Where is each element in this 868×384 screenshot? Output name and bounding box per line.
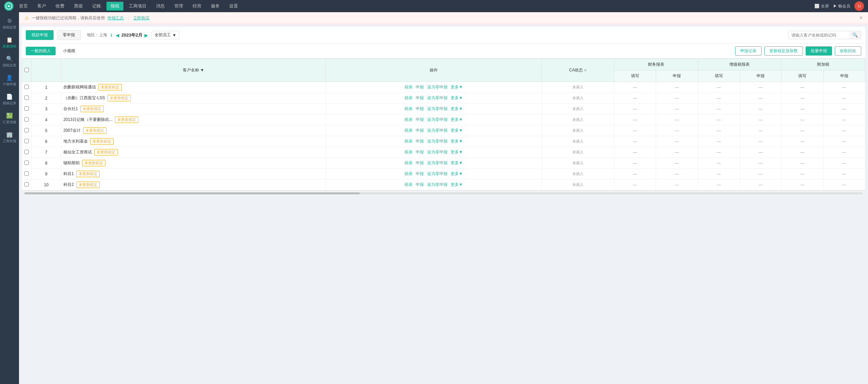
- action-declare[interactable]: 申报: [416, 95, 424, 100]
- tab-tax-declaration[interactable]: 税款申报: [26, 30, 54, 40]
- row-ca-status: 未插入: [541, 104, 614, 114]
- action-zero-declare[interactable]: 设为零申报: [427, 182, 448, 187]
- row-checkbox-1[interactable]: [24, 95, 29, 100]
- nav-home[interactable]: 首页: [15, 2, 32, 10]
- buy-now-link[interactable]: 立即购买: [133, 15, 150, 21]
- action-zero-declare[interactable]: 设为零申报: [427, 139, 448, 144]
- action-more[interactable]: 更多▼: [451, 117, 463, 122]
- action-more[interactable]: 更多▼: [451, 139, 463, 144]
- action-declare[interactable]: 申报: [416, 85, 424, 89]
- action-zero-declare[interactable]: 设为零申报: [427, 106, 448, 111]
- tab-zero-declaration[interactable]: 零申报: [57, 30, 81, 40]
- sidebar-item-annual-report[interactable]: 🏢 工商年报: [0, 129, 19, 146]
- sidebar-item-personal-tax[interactable]: 👤 个税申报: [0, 72, 19, 89]
- sidebar-label-tax-overview: 报税总览: [3, 63, 16, 68]
- action-more[interactable]: 更多▼: [451, 85, 463, 89]
- action-tax-form[interactable]: 税表: [405, 128, 413, 133]
- action-zero-declare[interactable]: 设为零申报: [427, 161, 448, 165]
- action-zero-declare[interactable]: 设为零申报: [427, 85, 448, 89]
- action-more[interactable]: 更多▼: [451, 106, 463, 111]
- row-checkbox-5[interactable]: [24, 139, 29, 143]
- action-more[interactable]: 更多▼: [451, 161, 463, 165]
- nav-manage[interactable]: 管理: [170, 2, 187, 10]
- fullscreen-btn[interactable]: ⬜ 全屏: [814, 3, 829, 9]
- row-tax-fill: —: [698, 179, 739, 190]
- user-avatar[interactable]: U: [854, 1, 864, 11]
- horizontal-scrollbar[interactable]: [22, 190, 865, 196]
- action-tax-form[interactable]: 税表: [405, 171, 413, 176]
- employee-select[interactable]: 全部员工 ▼: [152, 31, 179, 39]
- collect-receipt-btn[interactable]: 收取回执: [835, 46, 861, 56]
- action-declare[interactable]: 申报: [416, 128, 424, 133]
- action-tax-form[interactable]: 税表: [405, 117, 413, 122]
- nav-settings[interactable]: 设置: [225, 2, 242, 10]
- sidebar-item-tax-settings[interactable]: ⚙ 报税设置: [0, 15, 19, 33]
- tab-general-taxpayer[interactable]: 一般的税人: [26, 47, 56, 55]
- header-client-name: 客户名称 ▼: [61, 59, 326, 82]
- nav-tax[interactable]: 报税: [106, 2, 123, 10]
- declaration-summary-link[interactable]: 申报汇总: [107, 15, 124, 21]
- action-tax-form[interactable]: 税表: [405, 95, 413, 100]
- action-zero-declare[interactable]: 设为零申报: [427, 128, 448, 133]
- action-declare[interactable]: 申报: [416, 161, 424, 165]
- row-ca-status: 未插入: [541, 158, 614, 169]
- nav-client[interactable]: 客户: [33, 2, 50, 10]
- action-more[interactable]: 更多▼: [451, 171, 463, 176]
- region-info-icon[interactable]: ℹ: [111, 33, 112, 38]
- nav-billing[interactable]: 收费: [52, 2, 68, 10]
- action-zero-declare[interactable]: 设为零申报: [427, 150, 448, 154]
- action-declare[interactable]: 申报: [416, 117, 424, 122]
- action-tax-form[interactable]: 税表: [405, 139, 413, 144]
- nav-accounting[interactable]: 记账: [88, 2, 105, 10]
- action-tax-form[interactable]: 税表: [405, 161, 413, 165]
- sidebar-item-tax-overview[interactable]: 🔍 报税总览: [0, 53, 19, 70]
- member-btn[interactable]: ▶ 畅会员: [833, 3, 850, 9]
- sidebar-label-tax-records: 报税记录: [3, 101, 16, 106]
- row-checkbox-6[interactable]: [24, 150, 29, 154]
- action-tax-form[interactable]: 税表: [405, 150, 413, 154]
- banner-close-btn[interactable]: ×: [860, 15, 863, 21]
- action-declare[interactable]: 申报: [416, 171, 424, 176]
- row-checkbox-4[interactable]: [24, 128, 29, 132]
- status-tag: 未更新税定: [90, 138, 114, 145]
- action-tax-form[interactable]: 税表: [405, 182, 413, 187]
- select-all-checkbox[interactable]: [24, 68, 29, 72]
- sidebar-item-tax-records[interactable]: 📄 报税记录: [0, 91, 19, 108]
- action-more[interactable]: 更多▼: [451, 182, 463, 187]
- action-tax-form[interactable]: 税表: [405, 106, 413, 111]
- row-checkbox-3[interactable]: [24, 117, 29, 122]
- action-tax-form[interactable]: 税表: [405, 85, 413, 89]
- row-checkbox-0[interactable]: [24, 85, 29, 89]
- nav-invoice[interactable]: 票据: [70, 2, 87, 10]
- row-checkbox-8[interactable]: [24, 171, 29, 176]
- sidebar-item-settlement[interactable]: 💹 汇算清缴: [0, 110, 19, 127]
- action-more[interactable]: 更多▼: [451, 128, 463, 133]
- row-client-name: （勿删）江西股宝-LSS 未更新税定: [61, 93, 326, 104]
- prev-month-btn[interactable]: ◀: [116, 33, 119, 38]
- action-declare[interactable]: 申报: [416, 150, 424, 154]
- nav-service[interactable]: 服务: [207, 2, 224, 10]
- client-search-input[interactable]: [789, 31, 850, 39]
- action-declare[interactable]: 申报: [416, 106, 424, 111]
- action-more[interactable]: 更多▼: [451, 150, 463, 154]
- action-zero-declare[interactable]: 设为零申报: [427, 117, 448, 122]
- search-button[interactable]: 🔍: [850, 31, 861, 39]
- action-zero-declare[interactable]: 设为零申报: [427, 171, 448, 176]
- row-checkbox-9[interactable]: [24, 182, 29, 187]
- action-more[interactable]: 更多▼: [451, 95, 463, 100]
- nav-message[interactable]: 消息: [152, 2, 169, 10]
- batch-declare-btn[interactable]: 批量申报: [806, 46, 832, 56]
- tab-small-scale[interactable]: 小规模: [58, 47, 80, 55]
- row-checkbox-2[interactable]: [24, 106, 29, 111]
- nav-business[interactable]: 工商项目: [125, 2, 151, 10]
- action-declare[interactable]: 申报: [416, 182, 424, 187]
- update-tax-btn[interactable]: 更新税定及取数: [764, 46, 803, 56]
- nav-operation[interactable]: 经营: [189, 2, 205, 10]
- action-zero-declare[interactable]: 设为零申报: [427, 95, 448, 100]
- action-declare[interactable]: 申报: [416, 139, 424, 144]
- header-finance-fill: 填写: [614, 70, 656, 82]
- declaration-records-btn[interactable]: 申报记录: [735, 46, 762, 56]
- row-checkbox-7[interactable]: [24, 161, 29, 165]
- sidebar-item-batch-tax[interactable]: 📋 批量报税: [0, 34, 19, 51]
- next-month-btn[interactable]: ▶: [144, 33, 148, 38]
